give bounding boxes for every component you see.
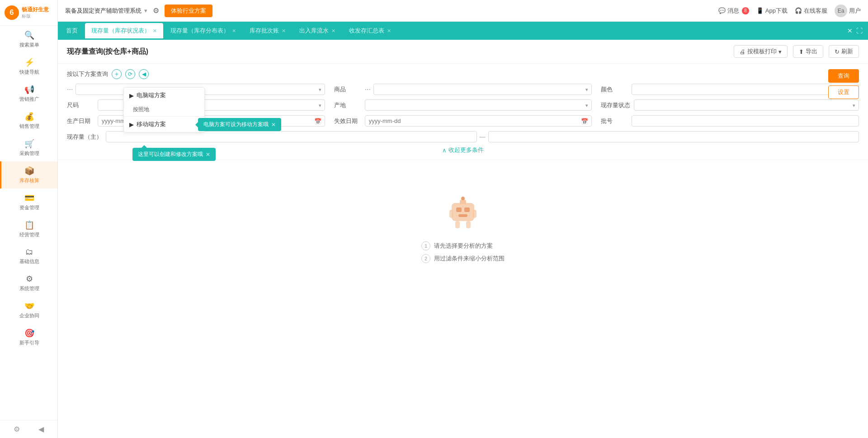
stock-icon: 📦 xyxy=(24,166,34,176)
svg-rect-1 xyxy=(456,207,462,212)
scheme-sub-item[interactable]: 按照地 xyxy=(124,103,204,116)
sidebar-item-finance[interactable]: 💳 资金管理 xyxy=(0,188,57,216)
collab-icon: 🤝 xyxy=(24,301,34,311)
tooltip-1: 电脑方案可设为移动方案哦 ✕ xyxy=(198,118,281,131)
tab-close-stock-status[interactable]: ✕ xyxy=(153,28,157,34)
export-button[interactable]: ⬆ 导出 xyxy=(793,45,823,58)
content-area: 现存量查询(按仓库+商品) 🖨 按模板打印 ▾ ⬆ 导出 ↻ 刷新 xyxy=(58,40,868,438)
message-button[interactable]: 💬 消息 8 xyxy=(718,7,749,15)
refresh-button[interactable]: ↻ 刷新 xyxy=(829,45,859,58)
sidebar-item-marketing[interactable]: 📢 营销推广 xyxy=(0,80,57,107)
content-inner: 现存量查询(按仓库+商品) 🖨 按模板打印 ▾ ⬆ 导出 ↻ 刷新 xyxy=(58,40,868,438)
sidebar-item-stock[interactable]: 📦 库存核算 xyxy=(0,161,57,188)
origin-select[interactable] xyxy=(365,99,592,111)
tab-close-collect[interactable]: ✕ xyxy=(387,28,391,34)
expire-date-label: 失效日期 xyxy=(334,117,361,125)
filter-row-4: 现存量（主） — xyxy=(67,131,859,142)
sidebar-item-basic[interactable]: 🗂 基础信息 xyxy=(0,243,57,269)
expire-date-input[interactable] xyxy=(365,115,592,127)
sidebar-item-search[interactable]: 🔍 搜索菜单 xyxy=(0,26,57,53)
marketing-icon: 📢 xyxy=(24,85,34,94)
edit-filter-btn[interactable]: ⟳ xyxy=(125,69,135,79)
stock-qty-range: — xyxy=(106,131,859,142)
topbar-settings-icon[interactable]: ⚙ xyxy=(153,6,159,15)
tab-maximize-icon[interactable]: ⛶ xyxy=(856,27,863,34)
svg-rect-9 xyxy=(466,221,471,228)
guide-icon: 🎯 xyxy=(24,328,34,338)
online-support-button[interactable]: 🎧 在线客服 xyxy=(795,7,827,15)
app-logo-icon: 6 xyxy=(5,5,19,20)
sidebar-item-guide[interactable]: 🎯 新手引导 xyxy=(0,324,57,351)
search-button[interactable]: 查询 xyxy=(828,69,859,83)
sales-icon: 💰 xyxy=(24,112,34,122)
app-logo-text: 畅通好生意 标版 xyxy=(22,6,49,19)
page-actions: 🖨 按模板打印 ▾ ⬆ 导出 ↻ 刷新 xyxy=(734,45,859,58)
page-header: 现存量查询(按仓库+商品) 🖨 按模板打印 ▾ ⬆ 导出 ↻ 刷新 xyxy=(58,40,868,64)
purchase-icon: 🛒 xyxy=(24,139,34,149)
tab-close-stock-dist[interactable]: ✕ xyxy=(232,28,236,34)
system-title-dropdown-icon[interactable]: ▾ xyxy=(144,7,147,14)
batch-input[interactable] xyxy=(632,115,859,127)
add-filter-btn[interactable]: ＋ xyxy=(112,69,122,79)
filter-item-origin: 产地 xyxy=(334,99,592,111)
empty-step-2: 2 用过滤条件来缩小分析范围 xyxy=(421,254,505,263)
tab-close-inout[interactable]: ✕ xyxy=(331,28,335,34)
printer-icon: 🖨 xyxy=(740,48,745,55)
user-avatar: Ea xyxy=(835,5,847,17)
sidebar-item-purchase[interactable]: 🛒 采购管理 xyxy=(0,134,57,161)
filter-header: 按以下方案查询 ＋ ⟳ ◀ xyxy=(67,69,859,79)
tooltip-1-close[interactable]: ✕ xyxy=(271,122,276,128)
stock-status-select[interactable] xyxy=(634,99,859,111)
warehouse-more-icon[interactable]: ··· xyxy=(67,85,73,94)
tab-home[interactable]: 首页 xyxy=(60,23,84,38)
sidebar: 6 畅通好生意 标版 🔍 搜索菜单 ⚡ 快捷导航 📢 营销推广 💰 销售管理 🛒… xyxy=(0,0,58,438)
goods-select[interactable] xyxy=(373,84,592,95)
trial-button[interactable]: 体验行业方案 xyxy=(165,5,212,17)
phone-icon: 📱 xyxy=(756,7,764,14)
svg-rect-0 xyxy=(452,203,474,221)
stock-qty-label: 现存量（主） xyxy=(67,133,102,141)
quick-icon: ⚡ xyxy=(24,57,34,67)
user-menu[interactable]: Ea 用户 xyxy=(835,5,861,17)
settings-icon[interactable]: ⚙ xyxy=(14,425,20,433)
sidebar-item-sales[interactable]: 💰 销售管理 xyxy=(0,107,57,134)
sidebar-menu: 🔍 搜索菜单 ⚡ 快捷导航 📢 营销推广 💰 销售管理 🛒 采购管理 📦 库存核… xyxy=(0,26,57,420)
tab-inout-flow[interactable]: 出入库流水 ✕ xyxy=(293,23,342,38)
tab-batch-account[interactable]: 库存批次账 ✕ xyxy=(243,23,292,38)
sidebar-item-collab[interactable]: 🤝 企业协同 xyxy=(0,297,57,324)
sidebar-item-system[interactable]: ⚙ 系统管理 xyxy=(0,269,57,297)
tab-close-all-icon[interactable]: ✕ xyxy=(847,27,853,34)
batch-label: 批号 xyxy=(601,117,628,125)
scheme-group-desktop: ▶ 电脑端方案 按照地 xyxy=(124,88,204,117)
filter-arrow-btn[interactable]: ◀ xyxy=(139,69,149,79)
tabbar: 首页 现存量（库存状况表） ✕ 现存量（库存分布表） ✕ 库存批次账 ✕ 出入库… xyxy=(58,22,868,40)
filter-item-color: 颜色 xyxy=(601,84,859,95)
tab-close-batch[interactable]: ✕ xyxy=(282,28,286,34)
export-icon: ⬆ xyxy=(799,48,804,55)
svg-rect-4 xyxy=(460,200,466,204)
tab-collect-summary[interactable]: 收发存汇总表 ✕ xyxy=(343,23,397,38)
sidebar-item-operations[interactable]: 📋 经营管理 xyxy=(0,216,57,243)
tab-stock-status[interactable]: 现存量（库存状况表） ✕ xyxy=(85,23,163,38)
chevron-right-icon-2: ▶ xyxy=(129,121,134,128)
stock-qty-from[interactable] xyxy=(106,131,477,142)
empty-steps: 1 请先选择要分析的方案 2 用过滤条件来缩小分析范围 xyxy=(421,241,505,263)
collapse-sidebar-icon[interactable]: ◀ xyxy=(38,425,44,433)
headset-icon: 🎧 xyxy=(795,7,802,14)
scheme-desktop-item[interactable]: ▶ 电脑端方案 xyxy=(124,88,204,103)
finance-icon: 💳 xyxy=(24,193,34,203)
chevron-up-icon: ∧ xyxy=(442,147,447,154)
collapse-more-btn[interactable]: ∧ 收起更多条件 xyxy=(442,146,484,154)
svg-rect-3 xyxy=(458,214,467,217)
chevron-right-icon: ▶ xyxy=(129,92,134,99)
app-download-button[interactable]: 📱 App下载 xyxy=(756,7,788,15)
color-select[interactable] xyxy=(632,84,859,95)
tooltip-2-close[interactable]: ✕ xyxy=(206,151,210,158)
goods-more-icon[interactable]: ··· xyxy=(365,85,371,94)
tooltip-2: 这里可以创建和修改方案哦 ✕ xyxy=(132,148,216,161)
tab-stock-dist[interactable]: 现存量（库存分布表） ✕ xyxy=(164,23,242,38)
stock-qty-to[interactable] xyxy=(488,131,859,142)
print-button[interactable]: 🖨 按模板打印 ▾ xyxy=(734,45,788,58)
reset-button[interactable]: 设置 xyxy=(828,85,859,99)
sidebar-item-quick[interactable]: ⚡ 快捷导航 xyxy=(0,53,57,80)
